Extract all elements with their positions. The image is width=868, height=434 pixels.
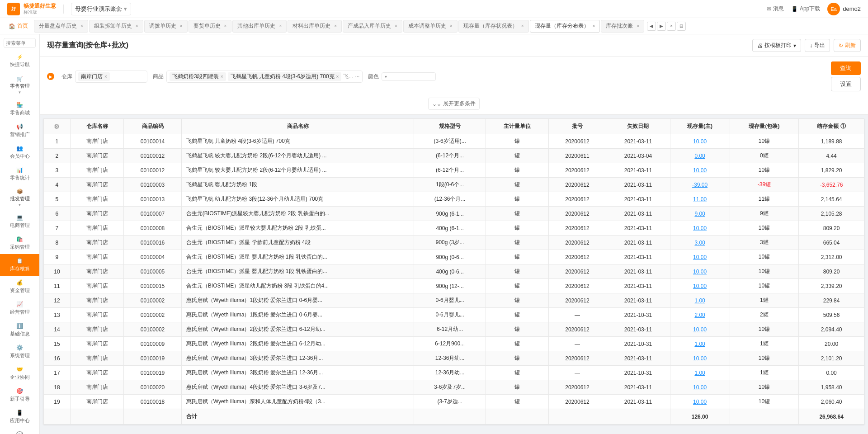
close-icon[interactable]: × <box>637 24 639 28</box>
tab-menu-btn[interactable]: ⊟ <box>677 22 686 31</box>
product-ellipsis[interactable]: ··· <box>355 73 359 80</box>
sidebar-item-corp-wechat[interactable]: 💬 企业微信 <box>0 428 39 434</box>
color-input[interactable]: ▾ <box>382 72 436 81</box>
sidebar-item-retail-mall[interactable]: 🏪 零售商城 <box>0 98 39 120</box>
row-qty-main[interactable]: 11.00 <box>670 192 730 207</box>
row-no: 15 <box>44 337 71 351</box>
sidebar-item-purchase[interactable]: 🛍️ 采购管理 <box>0 232 39 254</box>
close-icon[interactable]: × <box>395 24 397 28</box>
close-icon[interactable]: × <box>334 24 337 28</box>
total-empty-4 <box>414 409 486 425</box>
sidebar-item-collab[interactable]: 🤝 企业协同 <box>0 363 39 384</box>
refresh-label: 刷新 <box>845 42 856 49</box>
row-qty-main[interactable]: 9.00 <box>670 207 730 221</box>
row-qty-main[interactable]: 3.00 <box>670 236 730 250</box>
row-batch: 20200612 <box>548 221 606 236</box>
tab-next-btn[interactable]: ▶ <box>657 22 666 31</box>
close-icon[interactable]: × <box>224 24 227 28</box>
refresh-btn[interactable]: ↻ 刷新 <box>834 39 861 52</box>
row-qty-main[interactable]: 10.00 <box>670 250 730 264</box>
sidebar-item-operations[interactable]: 📈 经营管理 <box>0 297 39 319</box>
sidebar-item-system[interactable]: ⚙️ 系统管理 <box>0 341 39 363</box>
row-qty-main[interactable]: 10.00 <box>670 163 730 178</box>
row-qty-main[interactable]: 10.00 <box>670 351 730 366</box>
row-qty-main[interactable]: 0.00 <box>670 149 730 163</box>
row-qty-main[interactable]: 1.00 <box>670 366 730 380</box>
row-warehouse: 南岸门店 <box>70 322 123 337</box>
message-btn[interactable]: ✉ 消息 <box>767 5 784 13</box>
tab-product-in[interactable]: 产成品入库单历史 × <box>343 20 402 33</box>
template-print-btn[interactable]: 🖨 按模板打印 ▾ <box>752 39 801 52</box>
warehouse-value: 南岸门店 <box>81 73 103 80</box>
sidebar-item-guide[interactable]: 🎯 新手引导 <box>0 384 39 406</box>
row-qty-main[interactable]: 10.00 <box>670 221 730 236</box>
row-qty-pkg: 1罐 <box>730 293 799 308</box>
col-code: 商品编码 <box>124 119 182 134</box>
close-icon[interactable]: × <box>180 24 183 28</box>
product-more[interactable]: 飞... <box>343 73 353 80</box>
row-qty-main[interactable]: 1.00 <box>670 293 730 308</box>
tab-batch-account[interactable]: 库存批次账 × <box>601 20 644 33</box>
sidebar-item-finance[interactable]: 💰 资金管理 <box>0 276 39 297</box>
sidebar-item-ecommerce[interactable]: 💻 电商管理 <box>0 211 39 232</box>
expand-label: 展开更多条件 <box>443 100 476 108</box>
sidebar-item-quick-nav[interactable]: ⚡ 快捷导航 <box>0 52 39 71</box>
sidebar-item-app-center[interactable]: 📱 应用中心 <box>0 406 39 428</box>
product-tag-close-1[interactable]: × <box>221 74 223 79</box>
search-input[interactable] <box>4 38 36 48</box>
close-icon[interactable]: × <box>136 24 138 28</box>
sidebar-item-retail-stats[interactable]: 📊 零售统计 <box>0 163 39 185</box>
close-icon[interactable]: × <box>80 24 83 28</box>
row-qty-main[interactable]: -39.00 <box>670 178 730 192</box>
product-tag-close-2[interactable]: × <box>336 74 339 79</box>
filter-toggle-btn[interactable]: ▶ <box>47 73 54 80</box>
query-btn[interactable]: 查询 <box>831 61 861 75</box>
sidebar-item-wholesale[interactable]: 📦 批发管理 ▼ <box>0 185 39 211</box>
warehouse-tag-close[interactable]: × <box>104 74 107 79</box>
user-info[interactable]: Ea demo2 <box>827 3 861 15</box>
sidebar-item-inventory[interactable]: 📋 库存核算 <box>0 254 39 276</box>
row-qty-main[interactable]: 2.00 <box>670 308 730 322</box>
tab-other-out[interactable]: 其他出库单历史 × <box>232 20 287 33</box>
row-batch: 20200612 <box>548 293 606 308</box>
app-download-btn[interactable]: 📱 App下载 <box>791 5 820 13</box>
sidebar-item-marketing[interactable]: 📢 营销推广 <box>0 120 39 142</box>
settings-icon[interactable]: ⚙ <box>54 123 60 130</box>
row-qty-main[interactable]: 10.00 <box>670 395 730 409</box>
row-qty-main[interactable]: 10.00 <box>670 322 730 337</box>
row-qty-main[interactable]: 10.00 <box>670 279 730 293</box>
tab-inventory-split[interactable]: 分量盘点单历史 × <box>34 20 88 33</box>
close-icon[interactable]: × <box>521 24 524 28</box>
close-icon[interactable]: × <box>450 24 453 28</box>
product-input[interactable]: 飞鹤奶粉3段四罐装 × 飞鹤星飞帆 儿童奶粉 4段(3-6岁适用) 700克 ×… <box>166 71 363 83</box>
expand-conditions-btn[interactable]: ⌄⌄ 展开更多条件 <box>428 98 480 110</box>
tab-close-all-btn[interactable]: × <box>667 22 676 31</box>
row-qty-main[interactable]: 10.00 <box>670 380 730 395</box>
tab-disassemble[interactable]: 组装拆卸单历史 × <box>89 20 143 33</box>
warehouse-input[interactable]: 南岸门店 × <box>75 71 147 83</box>
tab-require-order[interactable]: 要货单历史 × <box>189 20 232 33</box>
sidebar-item-member[interactable]: 👥 会员中心 <box>0 142 39 163</box>
tab-inventory-dist[interactable]: 现存量（库存分布表） × <box>530 20 600 33</box>
sidebar-item-basics[interactable]: ℹ️ 基础信息 <box>0 319 39 341</box>
row-code: 00100009 <box>124 337 182 351</box>
row-batch: 20200612 <box>548 192 606 207</box>
close-icon[interactable]: × <box>279 24 282 28</box>
sidebar-item-retail[interactable]: 🛒 零售管理 ▼ <box>0 72 39 98</box>
row-qty-main[interactable]: 10.00 <box>670 264 730 279</box>
tab-mix-order[interactable]: 调拨单历史 × <box>144 20 188 33</box>
store-selector[interactable]: 母婴行业演示账套 ▾ <box>71 3 131 15</box>
tab-cost-adjust[interactable]: 成本调整单历史 × <box>403 20 458 33</box>
row-qty-main[interactable]: 10.00 <box>670 134 730 149</box>
tab-material-out[interactable]: 材料出库单历史 × <box>288 20 342 33</box>
row-qty-main[interactable]: 1.00 <box>670 337 730 351</box>
close-icon[interactable]: × <box>593 24 595 28</box>
col-spec: 规格型号 <box>414 119 486 134</box>
row-no: 9 <box>44 250 71 264</box>
export-btn[interactable]: ↓ 导出 <box>805 39 830 52</box>
tab-prev-btn[interactable]: ◀ <box>647 22 656 31</box>
tab-inventory-status[interactable]: 现存量（库存状况表） × <box>458 20 529 33</box>
settings-btn[interactable]: 设置 <box>831 77 861 91</box>
tab-home[interactable]: 🏠 首页 <box>4 20 33 33</box>
row-unit: 罐 <box>486 236 548 250</box>
